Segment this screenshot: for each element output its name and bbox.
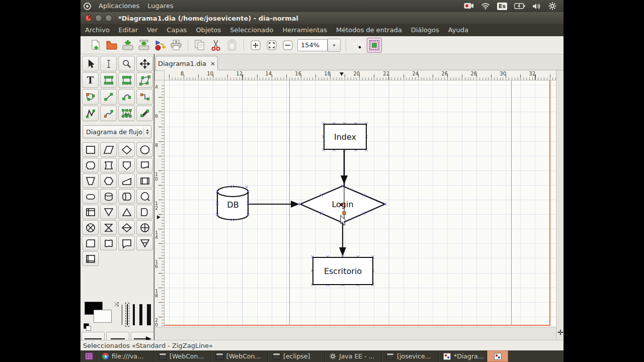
bezierline-tool-button[interactable] [100,106,117,121]
shape-preparation[interactable] [82,158,99,172]
sheet-selector-spinner[interactable] [143,128,151,136]
shape-merge-triangle[interactable] [118,205,135,219]
color-selector[interactable]: ⤨ [85,302,118,328]
export-icon[interactable] [153,38,167,52]
zoom-dropdown-button[interactable]: ▾ [328,39,341,52]
taskbar-item-purple-app[interactable] [80,350,98,362]
default-colors-icon[interactable] [84,323,89,329]
swap-colors-icon[interactable]: ⤨ [114,301,119,308]
save-as-icon[interactable] [137,38,151,52]
applications-menu[interactable]: Aplicaciones [95,0,143,12]
taskbar-item-dia-active[interactable] [487,350,508,362]
canvas-navigate-icon[interactable]: ✛ [557,328,564,336]
polyline-tool-button[interactable] [82,106,99,121]
text-edit-tool-button[interactable] [100,56,117,71]
menu-herramientas[interactable]: Herramientas [278,24,332,36]
taskbar-item-eclipse[interactable]: [eclipse] [268,350,325,362]
menu-editar[interactable]: Editar [114,24,143,36]
taskbar-item-browser[interactable]: file:///va... [98,350,154,362]
volume-icon[interactable] [532,3,541,10]
line-width-2[interactable] [127,304,128,325]
taskbar-item-diagrama[interactable]: *Diagra... [439,350,487,362]
cut-icon[interactable] [209,38,223,52]
box-tool-button[interactable] [100,72,117,88]
screen-record-icon[interactable] [464,3,474,10]
sheet-selector[interactable]: Diagrama de flujo [83,125,151,138]
wifi-icon[interactable] [481,3,490,10]
shape-summing-junction[interactable] [82,220,99,235]
line-width-5[interactable] [147,304,151,325]
magnify-tool-button[interactable] [118,56,135,71]
window-maximize-button[interactable] [105,15,112,22]
shape-parallelogram[interactable] [100,142,117,157]
polygon-tool-button[interactable] [136,72,153,88]
menu-objetos[interactable]: Objetos [191,24,225,36]
shape-magnetic-disk[interactable] [118,189,135,204]
menu-seleccionado[interactable]: Seleccionado [225,24,278,36]
menu-dialogos[interactable]: Diálogos [407,24,444,36]
zoom-in-icon[interactable] [249,38,263,52]
shape-box[interactable] [82,142,99,157]
taskbar-item-webcon2[interactable]: [WebCon... [211,350,268,362]
shape-rounded-box[interactable] [82,236,99,250]
keyboard-layout-indicator[interactable]: Es [497,3,507,10]
menu-capas[interactable]: Capas [162,24,191,36]
shape-delay-circle[interactable] [136,189,153,204]
modify-tool-button[interactable] [82,56,99,71]
line-width-4[interactable] [139,304,142,325]
scroll-tool-button[interactable] [136,56,153,71]
shape-diamond[interactable] [118,142,135,157]
menu-ayuda[interactable]: Ayuda [444,24,473,36]
shape-wavy-document[interactable] [100,236,117,250]
node-escritorio[interactable]: Escritorio [312,257,373,285]
shape-offpage-connector[interactable] [118,236,135,250]
tab-close-icon[interactable]: ✕ [210,60,215,67]
session-gear-icon[interactable] [548,2,556,10]
shape-transmittal-tape[interactable] [136,236,153,250]
shape-manual-operation[interactable] [82,173,99,188]
zoom-out-icon[interactable] [281,38,295,52]
background-color-swatch[interactable] [94,310,112,323]
open-icon[interactable] [105,38,119,52]
horizontal-scrollbar[interactable] [154,327,556,340]
shape-document[interactable] [136,158,153,172]
shape-ellipse[interactable] [136,142,153,157]
line-width-3[interactable] [133,304,135,325]
shape-punched-card[interactable] [100,158,117,172]
diagram-canvas[interactable]: Index Escritorio DB Login [165,80,556,327]
taskbar-item-josevicente[interactable]: [josevice... [382,350,439,362]
shape-or-circle[interactable] [136,220,153,235]
copy-icon[interactable] [193,38,207,52]
menu-ver[interactable]: Ver [142,24,162,36]
shape-offline-storage[interactable] [82,251,99,266]
window-minimize-button[interactable] [95,15,102,22]
window-titlebar[interactable]: *Diagrama1.dia (/home/josevicente) - dia… [80,12,564,24]
shape-display[interactable] [118,158,135,172]
line-width-1[interactable] [122,305,122,325]
shape-internal-storage[interactable] [82,205,99,219]
menu-archivo[interactable]: Archivo [80,24,114,36]
battery-icon[interactable] [514,3,525,9]
taskbar-item-webcon1[interactable]: [WebCon... [154,350,211,362]
window-close-button[interactable] [85,15,92,22]
show-connection-points-icon[interactable] [367,38,382,53]
shape-predefined-process[interactable] [136,173,153,188]
snap-to-grid-icon[interactable] [351,38,365,52]
ellipse-tool-button[interactable] [118,72,135,88]
connector-db-login[interactable] [248,201,299,208]
zoom-level-input[interactable]: 154% [297,39,328,51]
shape-magnetic-drum[interactable] [100,189,117,204]
shape-terminal[interactable] [82,189,99,204]
places-menu[interactable]: Lugares [143,0,177,12]
save-icon[interactable] [121,38,135,52]
paste-icon[interactable] [225,38,239,52]
shape-delay-d[interactable] [136,205,153,219]
shape-sort[interactable] [118,220,135,235]
zigzagline-tool-button[interactable] [136,89,153,105]
beziergon-tool-button[interactable] [82,89,99,105]
connector-login-escritorio[interactable] [339,223,346,256]
zigzagline-handle[interactable] [343,212,346,215]
arc-tool-button[interactable] [118,89,135,105]
shape-extract-triangle[interactable] [100,205,117,219]
shape-manual-input[interactable] [118,173,135,188]
